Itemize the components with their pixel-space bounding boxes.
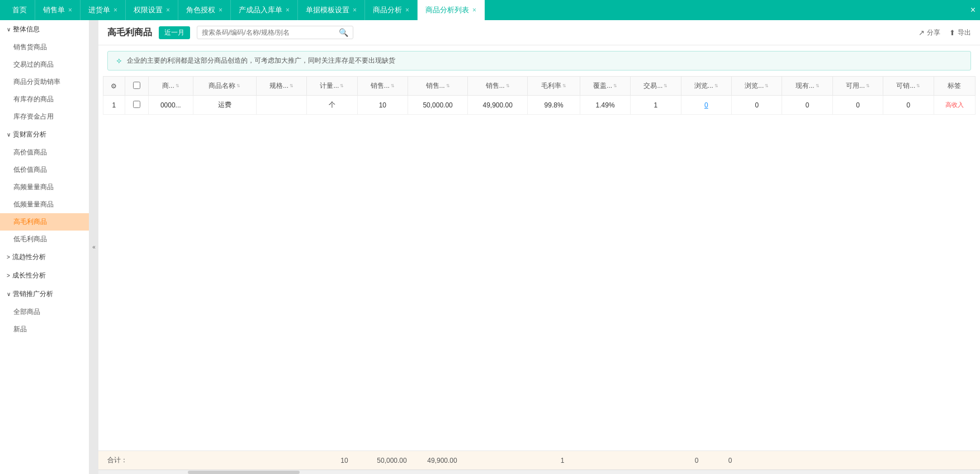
select-all-checkbox[interactable] [133,82,140,89]
sort-icon[interactable]: ⇅ [866,83,870,88]
col-header-gross-margin[interactable]: 毛利率⇅ [528,77,580,96]
nav-tab-close-role-permission[interactable]: × [219,6,222,14]
col-label: 计量... [320,81,339,91]
sidebar-item-low-margin[interactable]: 低毛利商品 [0,231,89,248]
nav-tab-label-sales-order: 销售单 [43,5,65,15]
sort-icon[interactable]: ⇅ [816,83,820,88]
sort-icon[interactable]: ⇅ [506,83,510,88]
sidebar-item-high-margin[interactable]: 高毛利商品 [0,213,89,231]
col-header-sales-cost[interactable]: 销售...⇅ [468,77,528,96]
sort-icon[interactable]: ⇅ [664,83,667,88]
nav-tab-close-template-settings[interactable]: × [353,6,357,14]
sidebar-item-high-value[interactable]: 高价值商品 [0,144,89,161]
col-label: 商品名称 [209,81,235,91]
horizontal-scrollbar[interactable] [98,470,980,474]
col-header-trade-count[interactable]: 交易...⇅ [631,77,681,96]
table-row: 10000...运费个1050,000.0049,900.0099.8%1.49… [103,96,976,115]
col-header-browse2[interactable]: 浏览...⇅ [732,77,782,96]
sidebar-item-low-freq[interactable]: 低频量量商品 [0,196,89,213]
nav-tab-product-analysis-list[interactable]: 商品分析列表× [418,0,485,20]
row-select-checkbox[interactable] [133,101,140,108]
col-label: 现有... [796,81,815,91]
group-label: 流趋性分析 [12,252,46,262]
sidebar-item-sales-goods[interactable]: 销售货商品 [0,39,89,56]
row-browse1-link[interactable]: 0 [704,101,708,109]
col-header-browse1[interactable]: 浏览...⇅ [681,77,731,96]
row-code: 0000... [148,96,193,115]
nav-tab-role-permission[interactable]: 角色授权× [178,0,231,20]
col-header-sales-qty[interactable]: 销售...⇅ [357,77,408,96]
sidebar-item-all-goods[interactable]: 全部商品 [0,303,89,321]
col-header-coverage[interactable]: 覆盖...⇅ [580,77,630,96]
export-icon: ⬆ [949,29,955,37]
sidebar-group-overall[interactable]: ∨整体信息 [0,20,89,39]
share-button[interactable]: ↗ 分享 [919,28,940,37]
nav-tab-close-product-analysis[interactable]: × [405,6,409,14]
col-label: 销售... [426,81,445,91]
sidebar-item-stocked-goods[interactable]: 有库存的商品 [0,91,89,108]
col-label: 浏览... [745,81,764,91]
scrollbar-thumb[interactable] [188,471,300,474]
nav-tab-close-purchase[interactable]: × [113,6,117,14]
sort-icon[interactable]: ⇅ [236,83,240,88]
search-box: 🔍 [197,26,353,39]
export-button[interactable]: ⬆ 导出 [949,28,971,37]
sort-icon[interactable]: ⇅ [391,83,395,88]
nav-tab-product-analysis[interactable]: 商品分析× [365,0,418,20]
row-trade-count: 1 [631,96,681,115]
col-header-name[interactable]: 商品名称⇅ [193,77,256,96]
sidebar-group-financial[interactable]: ∨贡财富分析 [0,125,89,144]
nav-tab-close-permission-settings[interactable]: × [166,6,170,14]
sort-icon[interactable]: ⇅ [765,83,769,88]
sidebar-item-traded-goods[interactable]: 交易过的商品 [0,56,89,73]
search-icon[interactable]: 🔍 [339,28,348,37]
col-header-available[interactable]: 可用...⇅ [832,77,883,96]
sidebar-item-high-freq[interactable]: 高频量量商品 [0,179,89,196]
nav-tab-label-product-analysis: 商品分析 [373,5,402,15]
sort-icon[interactable]: ⇅ [290,83,293,88]
nav-tab-close-product-entry[interactable]: × [286,6,290,14]
nav-tab-template-settings[interactable]: 单据模板设置× [298,0,365,20]
nav-tab-home[interactable]: 首页 [4,0,35,20]
nav-tab-product-entry[interactable]: 产成品入库单× [231,0,298,20]
share-icon: ↗ [919,29,925,37]
col-label: 浏览... [694,81,713,91]
nav-tab-close-sales-order[interactable]: × [68,6,72,14]
date-filter-button[interactable]: 近一月 [159,26,190,39]
sidebar-toggle[interactable]: « [89,20,98,474]
col-header-saleable[interactable]: 可销...⇅ [883,77,934,96]
col-label: 商... [162,81,174,91]
col-label: 规格... [269,81,288,91]
collapse-icon: ∨ [7,26,11,32]
col-header-sales-amount[interactable]: 销售...⇅ [408,77,468,96]
sort-icon[interactable]: ⇅ [562,83,566,88]
row-browse2: 0 [732,96,782,115]
sort-icon[interactable]: ⇅ [916,83,920,88]
nav-tab-permission-settings[interactable]: 权限设置× [126,0,178,20]
search-input[interactable] [202,29,335,36]
sidebar-item-new-goods[interactable]: 新品 [0,321,89,338]
nav-tab-sales-order[interactable]: 销售单× [35,0,81,20]
nav-tab-purchase[interactable]: 进货单× [81,0,126,20]
col-header-current-stock[interactable]: 现有...⇅ [782,77,832,96]
col-header-code[interactable]: 商...⇅ [148,77,193,96]
sidebar-item-inventory-capital[interactable]: 库存资金占用 [0,108,89,125]
sort-icon[interactable]: ⇅ [714,83,718,88]
group-label: 营销推广分析 [13,289,53,299]
sidebar-item-low-value[interactable]: 低价值商品 [0,161,89,179]
sort-icon[interactable]: ⇅ [340,83,344,88]
sort-icon[interactable]: ⇅ [446,83,450,88]
sort-icon[interactable]: ⇅ [176,83,179,88]
close-all-tabs[interactable]: × [970,5,976,15]
sidebar-group-marketing[interactable]: ∨营销推广分析 [0,285,89,303]
sidebar-item-analysis-assist-rate[interactable]: 商品分贡助销率 [0,73,89,91]
footer-cell-11: 1 [546,457,579,464]
nav-tab-close-product-analysis-list[interactable]: × [472,6,476,14]
sidebar-group-trend[interactable]: >流趋性分析 [0,248,89,266]
footer-cell-7: 50,000.00 [367,457,417,464]
col-header-unit[interactable]: 计量...⇅ [307,77,357,96]
sort-icon[interactable]: ⇅ [613,83,617,88]
col-header-spec[interactable]: 规格...⇅ [256,77,306,96]
row-index: 1 [103,96,125,115]
sidebar-group-growth[interactable]: >成长性分析 [0,266,89,285]
